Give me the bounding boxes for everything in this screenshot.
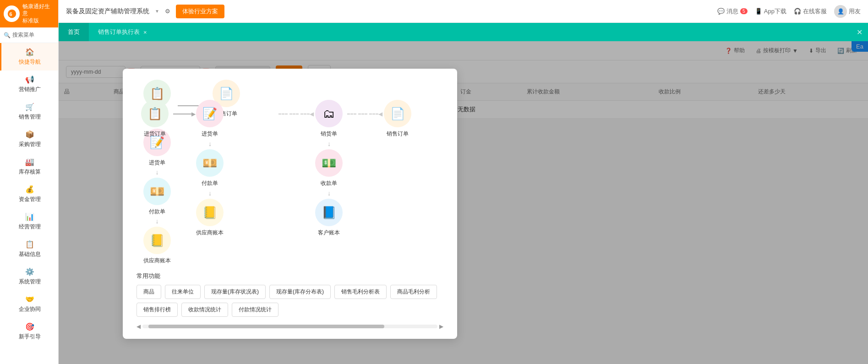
message-badge: 5 (740, 8, 748, 14)
arrow-payment-down: ↓ (208, 190, 212, 197)
tab-sales-order[interactable]: 销售订单执行表 × (89, 23, 156, 41)
sidebar-item-sales[interactable]: 🛒 销售管理 (0, 98, 58, 125)
icon-payment: 💴 (202, 156, 217, 170)
message-action[interactable]: 💬 消息 5 (717, 7, 748, 16)
icon-purchase-bill: 📝 (202, 107, 217, 121)
online-service-action[interactable]: 🎧 在线客服 (794, 7, 827, 16)
func-btn-receipt-stats[interactable]: 收款情况统计 (181, 303, 228, 317)
func-btn-product[interactable]: 商品 (136, 285, 161, 299)
tab-bar-close-btn[interactable]: ✕ (857, 28, 863, 37)
sidebar-item-quick-nav[interactable]: 🏠 快捷导航 (0, 43, 58, 71)
node-receipt-abs: 💵 收款单 (315, 149, 343, 187)
sales-icon: 🛒 (25, 103, 34, 111)
sidebar: 6 畅康通好生意 标准版 🔍 搜索菜单 🏠 快捷导航 📢 营销推广 🛒 销售管理 (0, 0, 59, 364)
tab-close-btn[interactable]: × (143, 29, 147, 36)
system-title: 装备及固定资产辅助管理系统 (66, 7, 149, 16)
node-purchase-order-abs: 📋 进货订单 (141, 100, 169, 138)
sales-order-icon: 📄 (219, 87, 234, 101)
purchase-order-icon: 📋 (150, 87, 164, 101)
node-supplier-ledger-abs: 📒 供应商账本 (196, 199, 224, 237)
arrow-sb-down: ↓ (328, 140, 331, 147)
func-btn-sales-profit[interactable]: 销售毛利分析表 (334, 285, 387, 299)
sidebar-nav: 🏠 快捷导航 📢 营销推广 🛒 销售管理 📦 采购管理 🏭 库存核算 💰 (0, 43, 58, 364)
node-sales-bill-abs: 🗂 销货单 (315, 100, 343, 138)
scroll-thumb (148, 325, 384, 328)
system-icon: ⚙️ (25, 267, 34, 276)
app-container: 6 畅康通好生意 标准版 🔍 搜索菜单 🏠 快捷导航 📢 营销推广 🛒 销售管理 (0, 0, 868, 364)
base-icon: 📋 (25, 240, 34, 249)
home-icon: 🏠 (25, 48, 34, 56)
circle-receipt[interactable]: 💵 (315, 149, 343, 177)
icon-sales-bill: 🗂 (323, 107, 335, 121)
logo-text: 畅康通好生意 标准版 (22, 3, 55, 25)
marketing-icon: 📢 (25, 75, 34, 84)
scroll-hint: ◀ ▶ (136, 323, 443, 330)
sidebar-item-operations[interactable]: 📊 经营管理 (0, 208, 58, 235)
arrow-so-sb-dashed: ◀ (347, 111, 382, 117)
circle-payment[interactable]: 💴 (196, 149, 224, 177)
purchase-icon: 📦 (25, 130, 34, 139)
guide-panel: 📋 进货订单 ↓ 📝 进货单 (123, 69, 457, 339)
circle-purchase-order[interactable]: 📋 (141, 100, 169, 127)
icon-purchase-order: 📋 (147, 107, 162, 121)
icon-supplier-ledger: 📒 (202, 206, 217, 220)
arrow-po-pb: ▶ (173, 111, 196, 117)
sidebar-search[interactable]: 🔍 搜索菜单 (0, 27, 58, 43)
scroll-track[interactable] (142, 325, 437, 328)
func-btn-contacts[interactable]: 往来单位 (165, 285, 201, 299)
beginner-icon: 🎯 (25, 322, 34, 331)
sidebar-item-finance[interactable]: 💰 资金管理 (0, 180, 58, 208)
icon-receipt: 💵 (322, 156, 336, 170)
sidebar-item-base[interactable]: 📋 基础信息 (0, 235, 58, 263)
scroll-left-arrow[interactable]: ◀ (136, 323, 141, 330)
finance-icon: 💰 (25, 185, 34, 194)
system-dropdown-arrow[interactable]: ▼ (155, 9, 159, 14)
func-buttons-row2: 销售排行榜 收款情况统计 付款情况统计 (136, 303, 443, 317)
circle-supplier-ledger[interactable]: 📒 (196, 199, 224, 226)
sidebar-item-beginner[interactable]: 🎯 新手引导 (0, 318, 58, 345)
download-icon: 📱 (755, 8, 762, 15)
icon-customer-ledger: 📘 (322, 206, 336, 220)
func-btn-sales-rank[interactable]: 销售排行榜 (136, 303, 178, 317)
arrow-receipt-down: ↓ (328, 190, 331, 197)
func-btn-payment-stats[interactable]: 付款情况统计 (232, 303, 278, 317)
node-payment-abs: 💴 付款单 (196, 149, 224, 187)
search-icon: 🔍 (4, 32, 11, 38)
scroll-right-arrow[interactable]: ▶ (439, 323, 443, 330)
common-functions: 常用功能 商品 往来单位 现存量(库存状况表) 现存量(库存分布表) 销售毛利分… (136, 272, 443, 317)
tab-bar: 首页 销售订单执行表 × ✕ (59, 23, 868, 41)
circle-sales-bill[interactable]: 🗂 (315, 100, 343, 127)
circle-sales-order[interactable]: 📄 (384, 100, 411, 127)
circle-purchase-bill[interactable]: 📝 (196, 100, 224, 127)
inner-content: ❓ 帮助 🖨 按模板打印 ▼ ⬇ 导出 🔄 刷新 (59, 41, 868, 364)
func-btn-product-profit[interactable]: 商品毛利分析 (390, 285, 437, 299)
header-actions: 💬 消息 5 📱 App下载 🎧 在线客服 👤 用友 (717, 5, 861, 18)
arrow-pb-down: ↓ (208, 140, 212, 147)
node-customer-ledger-abs: 📘 客户账本 (315, 199, 343, 237)
node-purchase-bill-abs: 📝 进货单 (196, 100, 224, 138)
arrow-sb-pb-dashed: ◀ (278, 111, 314, 117)
func-btn-inventory-status[interactable]: 现存量(库存状况表) (204, 285, 266, 299)
sidebar-item-purchase[interactable]: 📦 采购管理 (0, 125, 58, 153)
service-icon: 🎧 (794, 8, 801, 15)
inventory-icon: 🏭 (25, 158, 34, 166)
main-content: 装备及固定资产辅助管理系统 ▼ ⚙ 体验行业方案 💬 消息 5 📱 App下载 … (59, 0, 868, 364)
tab-home[interactable]: 首页 (59, 23, 89, 41)
experience-button[interactable]: 体验行业方案 (176, 5, 224, 18)
app-download-action[interactable]: 📱 App下载 (755, 7, 786, 16)
sidebar-item-enterprise[interactable]: 🤝 企业协同 (0, 290, 58, 318)
func-btn-inventory-dist[interactable]: 现存量(库存分布表) (269, 285, 331, 299)
sidebar-logo: 6 畅康通好生意 标准版 (0, 0, 58, 27)
top-header: 装备及固定资产辅助管理系统 ▼ ⚙ 体验行业方案 💬 消息 5 📱 App下载 … (59, 0, 868, 23)
sidebar-item-marketing[interactable]: 📢 营销推广 (0, 71, 58, 98)
icon-sales-order: 📄 (390, 107, 405, 121)
settings-icon[interactable]: ⚙ (165, 8, 170, 15)
func-buttons-row1: 商品 往来单位 现存量(库存状况表) 现存量(库存分布表) 销售毛利分析表 商品… (136, 285, 443, 299)
circle-customer-ledger[interactable]: 📘 (315, 199, 343, 226)
user-action[interactable]: 👤 用友 (834, 5, 861, 18)
enterprise-icon: 🤝 (25, 295, 34, 304)
logo-icon: 6 (4, 5, 20, 22)
operations-icon: 📊 (25, 212, 34, 221)
sidebar-item-inventory[interactable]: 🏭 库存核算 (0, 153, 58, 180)
sidebar-item-system[interactable]: ⚙️ 系统管理 (0, 263, 58, 290)
